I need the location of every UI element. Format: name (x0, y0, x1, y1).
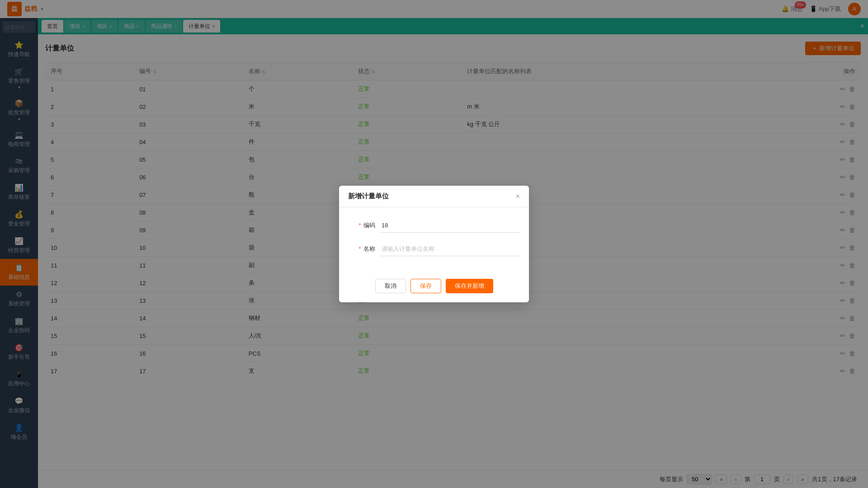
form-row-name: * 名称 (348, 242, 520, 256)
modal-title: 新增计量单位 (348, 192, 389, 201)
save-and-new-button[interactable]: 保存并新增 (446, 279, 493, 293)
code-input[interactable] (380, 218, 520, 233)
cancel-button[interactable]: 取消 (375, 279, 406, 293)
required-mark: * (359, 245, 361, 252)
required-mark: * (359, 222, 361, 229)
modal-footer: 取消 保存 保存并新增 (339, 274, 529, 302)
name-label: * 名称 (348, 245, 375, 253)
modal-header: 新增计量单位 × (339, 186, 529, 207)
modal-body: * 编码 * 名称 (339, 207, 529, 274)
form-row-code: * 编码 (348, 218, 520, 233)
modal-overlay: 新增计量单位 × * 编码 * 名称 取消 保存 保存并新增 (0, 0, 868, 488)
modal-close-button[interactable]: × (516, 192, 520, 201)
name-input[interactable] (380, 242, 520, 256)
add-unit-modal: 新增计量单位 × * 编码 * 名称 取消 保存 保存并新增 (339, 186, 529, 302)
code-label: * 编码 (348, 221, 375, 230)
save-button[interactable]: 保存 (410, 279, 441, 293)
